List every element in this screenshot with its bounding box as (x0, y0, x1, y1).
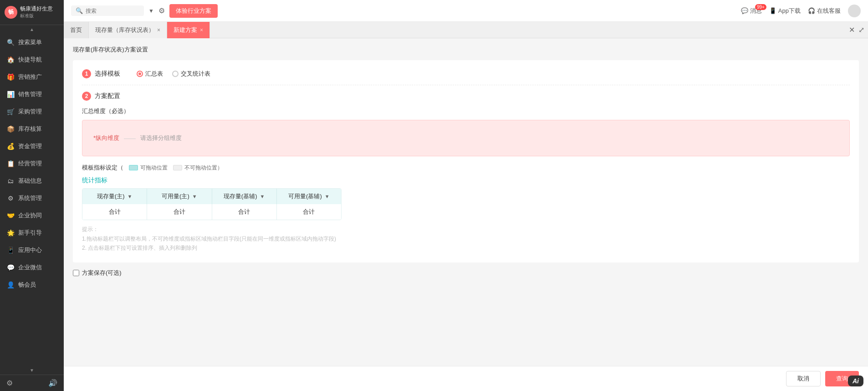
app-download-label: App下载 (778, 7, 801, 15)
sidebar-item-operation[interactable]: 📋 经营管理 (0, 155, 64, 172)
marketing-icon: 🎁 (6, 73, 15, 81)
settings-icon[interactable]: ⚙ (6, 379, 13, 387)
cooperation-icon: 🤝 (6, 211, 15, 220)
tab-inventory-close[interactable]: × (157, 27, 160, 33)
sidebar-item-label: 资金管理 (18, 142, 42, 150)
radio-cross-dot (172, 71, 179, 77)
topbar-search-box[interactable]: 🔍 (71, 5, 144, 16)
radio-cross-label: 交叉统计表 (181, 70, 210, 78)
vertical-dim-label: *纵向维度 (93, 134, 119, 142)
sidebar-item-quick-nav[interactable]: 🏠 快捷导航 (0, 51, 64, 68)
step2-number: 2 (82, 92, 91, 101)
sidebar-item-cooperation[interactable]: 🤝 企业协同 (0, 207, 64, 224)
sidebar-item-system[interactable]: ⚙ 系统管理 (0, 190, 64, 207)
tips-title: 提示： (82, 226, 850, 233)
sidebar-item-label: 销售管理 (18, 90, 42, 98)
col-header-1[interactable]: 可用量(主) ▼ (147, 189, 212, 204)
sidebar-item-label: 搜索菜单 (18, 38, 42, 46)
finance-icon: 💰 (6, 142, 15, 150)
sidebar-item-label: 快捷导航 (18, 56, 42, 64)
basic-info-icon: 🗂 (6, 177, 15, 185)
cancel-button[interactable]: 取消 (786, 371, 821, 386)
sidebar-item-finance[interactable]: 💰 资金管理 (0, 138, 64, 155)
col-header-3[interactable]: 可用量(基辅) ▼ (277, 189, 341, 204)
sidebar-item-basic-info[interactable]: 🗂 基础信息 (0, 172, 64, 190)
page-title: 现存量(库存状况表)方案设置 (73, 46, 859, 54)
app-download-btn[interactable]: 📱 App下载 (769, 7, 801, 15)
app-download-icon: 📱 (769, 7, 776, 14)
user-avatar[interactable] (848, 5, 861, 17)
col-arrow-0[interactable]: ▼ (128, 194, 133, 199)
tab-home-label: 首页 (70, 26, 82, 34)
dim-placeholder: 请选择分组维度 (140, 134, 182, 142)
sidebar-item-label: 企业协同 (18, 211, 42, 220)
col-arrow-1[interactable]: ▼ (192, 194, 197, 199)
sidebar-item-label: 新手引导 (18, 229, 42, 237)
purchase-icon: 🛒 (6, 108, 15, 116)
tab-inventory-label: 现存量（库存状况表） (95, 26, 154, 34)
search-input[interactable] (86, 8, 131, 14)
sidebar-item-inventory[interactable]: 📦 库存核算 (0, 120, 64, 138)
col-header-0[interactable]: 现存量(主) ▼ (82, 189, 147, 204)
draggable-legend-box (129, 165, 138, 170)
search-menu-icon: 🔍 (6, 38, 15, 46)
radio-cross[interactable]: 交叉统计表 (172, 70, 210, 78)
draggable-legend-label: 可拖动位置 (140, 164, 168, 172)
draggable-legend: 可拖动位置 (129, 164, 168, 172)
sidebar-item-wechat[interactable]: 💬 企业微信 (0, 259, 64, 276)
online-service-btn[interactable]: 🎧 在线客服 (808, 7, 841, 15)
sidebar-item-sales[interactable]: 📊 销售管理 (0, 86, 64, 103)
non-draggable-legend: 不可拖动位置） (173, 164, 223, 172)
save-option-row: 方案保存(可选) (73, 269, 859, 277)
tab-inventory[interactable]: 现存量（库存状况表） × (89, 22, 167, 38)
sidebar-scroll-down[interactable]: ▼ (0, 366, 64, 375)
col-name-1: 可用量(主) (162, 192, 189, 201)
step1-title: 选择模板 (95, 70, 120, 78)
member-icon: 👤 (6, 281, 15, 289)
sidebar-item-marketing[interactable]: 🎁 营销推广 (0, 68, 64, 86)
tip-item-0: 1.拖动标题栏可以调整布局，不可跨维度或指标区域拖动栏目字段(只能在同一维度或指… (82, 235, 850, 243)
sidebar-item-new-guide[interactable]: 🌟 新手引导 (0, 224, 64, 242)
topbar-dropdown-btn[interactable]: ▼ (148, 8, 154, 14)
sales-icon: 📊 (6, 90, 15, 98)
col-arrow-3[interactable]: ▼ (325, 194, 330, 199)
step2-header: 2 方案配置 (82, 92, 850, 101)
tip-item-1: 2. 点击标题栏下拉可设置排序、插入列和删除列 (82, 244, 850, 252)
save-checkbox[interactable] (73, 270, 79, 276)
ai-badge: Ai (848, 376, 863, 386)
tab-expand-btn[interactable]: ⤢ (858, 26, 864, 34)
tabs-bar: 首页 现存量（库存状况表） × 新建方案 × ✕ ⤢ (64, 22, 868, 38)
col-header-2[interactable]: 现存量(基辅) ▼ (212, 189, 277, 204)
stats-cell-1: 合计 (147, 204, 212, 220)
topbar: 🔍 ▼ ⚙ 体验行业方案 💬 消息 99+ 📱 App下载 🎧 在线客服 (64, 0, 868, 22)
topbar-gear-icon[interactable]: ⚙ (158, 6, 165, 15)
tab-new-plan-close[interactable]: × (200, 27, 203, 33)
summary-dim-label: 汇总维度（必选） (82, 107, 850, 115)
col-arrow-2[interactable]: ▼ (260, 194, 265, 199)
app-version: 标准版 (20, 13, 53, 19)
save-option-label: 方案保存(可选) (82, 269, 122, 277)
app-center-icon: 📱 (6, 246, 15, 254)
audio-icon[interactable]: 🔊 (48, 379, 57, 387)
tab-new-plan[interactable]: 新建方案 × (167, 22, 210, 38)
sidebar-item-search-menu[interactable]: 🔍 搜索菜单 (0, 34, 64, 51)
tab-home[interactable]: 首页 (64, 22, 89, 38)
tab-close-all-btn[interactable]: ✕ (849, 26, 855, 34)
stats-cell-0: 合计 (82, 204, 147, 220)
tab-new-plan-label: 新建方案 (174, 26, 197, 34)
sidebar-item-purchase[interactable]: 🛒 采购管理 (0, 103, 64, 120)
stats-cell-2: 合计 (212, 204, 277, 220)
messages-btn[interactable]: 💬 消息 99+ (741, 7, 762, 15)
sidebar-item-app-center[interactable]: 📱 应用中心 (0, 242, 64, 259)
content-area: 现存量(库存状况表)方案设置 1 选择模板 汇总表 交叉统计表 (64, 38, 868, 366)
tips-section: 提示： 1.拖动标题栏可以调整布局，不可跨维度或指标区域拖动栏目字段(只能在同一… (82, 226, 850, 252)
sidebar-logo: 畅 畅康通好生意 标准版 (0, 0, 64, 25)
sidebar-item-label: 基础信息 (18, 177, 42, 185)
sidebar-item-member[interactable]: 👤 畅会员 (0, 276, 64, 293)
sidebar-scroll-up[interactable]: ▲ (0, 25, 64, 34)
trial-btn[interactable]: 体验行业方案 (169, 4, 218, 18)
dim-dash: —— (124, 135, 136, 142)
sidebar-bottom: ⚙ 🔊 (0, 375, 64, 391)
dimension-selection-area[interactable]: *纵向维度 —— 请选择分组维度 (82, 120, 850, 156)
radio-summary[interactable]: 汇总表 (137, 70, 163, 78)
